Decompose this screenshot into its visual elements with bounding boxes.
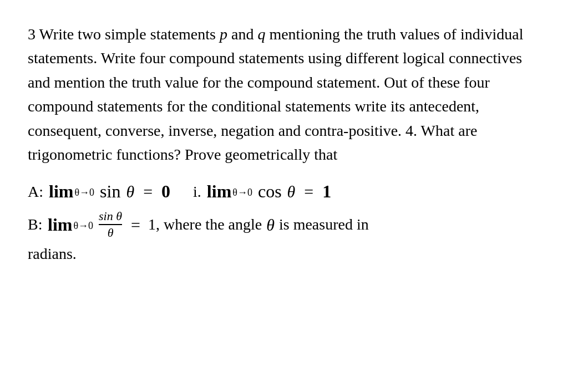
limit-expr-a1: limθ→0 (49, 176, 94, 206)
theta-a2: θ (287, 177, 296, 206)
b-text2: is measured in (279, 211, 369, 238)
problem-number: 3 (28, 26, 36, 43)
value-a2: 1 (322, 176, 331, 206)
answers-section: A: limθ→0 sin θ = 0 i. limθ→0 cos θ = 1 … (28, 176, 540, 267)
value-a1: 0 (161, 176, 170, 206)
i-label: i. (193, 179, 201, 205)
answer-b-line: B: limθ→0 sin θ θ = 1, where the angle θ… (28, 209, 540, 241)
radians-text: radians. (28, 241, 77, 267)
b-text: 1, where the angle (148, 211, 262, 238)
limit-expr-a2: limθ→0 (207, 176, 252, 206)
theta-b: θ (266, 211, 275, 239)
subscript-a2: θ→0 (232, 184, 252, 201)
cos-a2: cos (258, 176, 282, 206)
fraction-denominator: θ (108, 225, 114, 240)
problem-text: 3 Write two simple statements p and q me… (28, 22, 540, 166)
fraction-b: sin θ θ (99, 209, 122, 241)
fraction-numerator: sin θ (99, 209, 122, 225)
subscript-b: θ→0 (73, 217, 93, 235)
lim-a2: lim (207, 176, 231, 206)
answer-a-line: A: limθ→0 sin θ = 0 i. limθ→0 cos θ = 1 (28, 176, 540, 206)
theta-a1: θ (126, 177, 134, 206)
main-content: 3 Write two simple statements p and q me… (28, 22, 540, 269)
answer-b-label: B: (28, 211, 43, 238)
lim-b: lim (48, 210, 72, 240)
sin-a1: sin (100, 176, 120, 206)
limit-expr-b: limθ→0 (48, 210, 93, 240)
radians-line: radians. (28, 241, 540, 267)
answer-a-label: A: (28, 179, 43, 205)
subscript-a1: θ→0 (74, 184, 94, 201)
equals-b: = (131, 211, 140, 239)
lim-a1: lim (49, 176, 73, 206)
equals-a1: = (143, 177, 153, 206)
equals-a2: = (304, 177, 313, 206)
